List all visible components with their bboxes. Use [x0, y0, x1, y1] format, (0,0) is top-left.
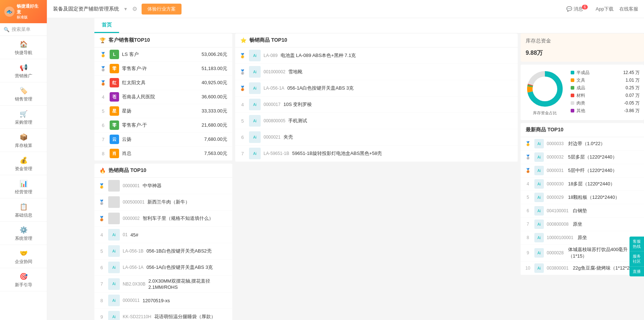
- customer-name: 云扬: [122, 136, 201, 143]
- rank-number: 🥇: [98, 183, 105, 189]
- purchase-icon: 🛒: [20, 110, 28, 118]
- product-code: 003800001: [547, 266, 568, 271]
- product-name: 白钢垫: [573, 208, 587, 214]
- customer-name: LS 客户: [122, 51, 199, 58]
- new-product-row: 7 Ai 000800008 原坐: [521, 218, 644, 231]
- rank-number: 🥉: [524, 168, 531, 173]
- message-area[interactable]: 💬 消息 6: [566, 6, 590, 12]
- rank-number: 4: [98, 232, 105, 238]
- product-name: 原坐: [578, 234, 587, 241]
- sidebar-item-purchase[interactable]: 🛒 采购管理: [0, 106, 47, 129]
- float-btn-live[interactable]: 直播: [629, 267, 644, 276]
- product-name: 18颗粒板（1220*2440）: [568, 194, 620, 201]
- product-image: Ai: [249, 115, 261, 127]
- best-seller-row: 7 Ai LA-59651-1B 59651-1B旋转投影灯电池盒ABS黑色+5…: [235, 145, 518, 162]
- sidebar-search[interactable]: 🔍 搜索菜单: [0, 23, 47, 36]
- rank-number: 6: [98, 265, 105, 270]
- rank-number: 7: [239, 151, 246, 156]
- product-name: 056-1A白色按键开关盖ABS 3克: [287, 85, 354, 91]
- sidebar-item-operations[interactable]: 📊 经营管理: [0, 175, 47, 198]
- sidebar-item-cooperation[interactable]: 🤝 企业协同: [0, 245, 47, 268]
- sales-icon: 🏷️: [20, 87, 28, 95]
- sidebar-logo: 🐟 畅捷通好生意 标准版: [0, 0, 47, 23]
- legend-item: 其他 -3.86 万: [571, 108, 640, 114]
- product-code: KK-SD22110H: [123, 314, 151, 319]
- sidebar-item-inventory[interactable]: 📦 库存核算: [0, 129, 47, 152]
- product-image: Ai: [534, 179, 544, 189]
- product-code: 000800008: [547, 222, 568, 227]
- finance-icon: 💰: [20, 156, 28, 164]
- settings-icon[interactable]: ⚙: [132, 5, 137, 12]
- sidebar-item-finance[interactable]: 💰 资金管理: [0, 152, 47, 175]
- search-icon: 🔍: [4, 27, 9, 32]
- product-name: 夹壳: [284, 134, 293, 140]
- rank-number: 8: [524, 235, 531, 240]
- legend-value: 0.25 万: [625, 85, 640, 91]
- float-btn-service[interactable]: 客服热线: [629, 237, 644, 252]
- dropdown-arrow-icon[interactable]: ▼: [123, 7, 128, 12]
- app-download-link[interactable]: App下载: [596, 6, 614, 12]
- sidebar-item-basics[interactable]: 📋 基础信息: [0, 198, 47, 222]
- message-badge: 6: [582, 5, 588, 9]
- product-code: 000800005: [264, 118, 285, 123]
- new-product-row: 8 Ai 10000100001 原坐: [521, 231, 644, 245]
- content-area: 🏆 客户销售额TOP10 🥇 L LS 客户 53,006.26元 🥈 零 零售…: [94, 33, 644, 320]
- product-image: Ai: [249, 50, 261, 61]
- product-image: Ai: [249, 148, 261, 159]
- customer-amount: 7,563.00元: [204, 150, 227, 157]
- trophy-icon: 🏆: [99, 37, 106, 43]
- rank-number: 🥉: [98, 216, 105, 221]
- best-seller-row: 4 Ai 0000017 10S 变利罗棱: [235, 97, 518, 113]
- product-name: 18多层（1220*2440）: [568, 181, 615, 187]
- product-image: Ai: [249, 66, 261, 78]
- product-name: 雪地靴: [288, 69, 302, 75]
- rank-number: 🥈: [99, 66, 107, 71]
- customer-rank-row: 8 肖 肖总 7,563.00元: [94, 147, 232, 161]
- sidebar-item-marketing[interactable]: 📢 营销推广: [0, 59, 47, 82]
- trial-button[interactable]: 体验行业方案: [142, 4, 182, 15]
- rank-number: 🥉: [99, 80, 107, 86]
- customer-amount: 53,006.26元: [201, 51, 227, 58]
- sidebar-item-quick-nav[interactable]: 🏠 快捷导航: [0, 36, 47, 59]
- sidebar-item-system[interactable]: ⚙️ 系统管理: [0, 222, 47, 245]
- rank-number: 🥈: [239, 69, 246, 75]
- hot-product-row: 🥇 0000001 中华神器: [94, 178, 232, 194]
- customer-avatar: 云: [110, 135, 119, 144]
- rank-number: 8: [98, 298, 105, 303]
- float-btn-community[interactable]: 服务社区: [629, 251, 644, 267]
- inventory-icon: 📦: [20, 133, 28, 141]
- product-code: LA-056-1A: [123, 265, 143, 270]
- customer-amount: 40,925.00元: [201, 79, 227, 86]
- legend-item: 肉类 -0.05 万: [571, 100, 640, 106]
- donut-chart: [525, 69, 565, 109]
- legend-color: [571, 71, 574, 74]
- legend-name: 材料: [576, 93, 623, 99]
- tab-home[interactable]: 首页: [94, 18, 119, 33]
- rank-number: 6: [99, 123, 107, 128]
- product-image: Ai: [108, 262, 120, 273]
- rank-number: 5: [98, 249, 105, 254]
- logo-icon: 🐟: [4, 7, 15, 17]
- product-image: Ai: [534, 233, 544, 242]
- legend-color: [571, 109, 574, 112]
- new-product-row: 🥇 Ai 0000033 封边带（1.0*22）: [521, 137, 644, 151]
- basics-icon: 📋: [20, 203, 28, 211]
- rank-number: 9: [98, 314, 105, 320]
- rank-number: 🥇: [239, 53, 246, 58]
- product-code: 0000001: [123, 183, 140, 188]
- legend-item: 成品 0.25 万: [571, 85, 640, 91]
- customer-name: 苍南县人民医院: [122, 94, 199, 100]
- sidebar-item-guide[interactable]: 🎯 新手引导: [0, 268, 47, 291]
- new-product-row: 🥈 Ai 0000032 5层多层（1220*2440）: [521, 151, 644, 164]
- rank-number: 5: [99, 108, 107, 114]
- product-image: Ai: [108, 229, 120, 241]
- product-code: 10000100001: [547, 235, 573, 240]
- product-image: Ai: [534, 206, 544, 216]
- sidebar-item-sales[interactable]: 🏷️ 销售管理: [0, 82, 47, 106]
- online-service-link[interactable]: 在线客服: [619, 6, 638, 12]
- legend-name: 成品: [576, 85, 623, 91]
- product-image: Ai: [249, 82, 261, 94]
- product-name: 5层中纤（1220*2440）: [568, 167, 617, 174]
- new-product-row: 🥉 Ai 0000031 5层中纤（1220*2440）: [521, 164, 644, 177]
- legend-color: [571, 86, 574, 90]
